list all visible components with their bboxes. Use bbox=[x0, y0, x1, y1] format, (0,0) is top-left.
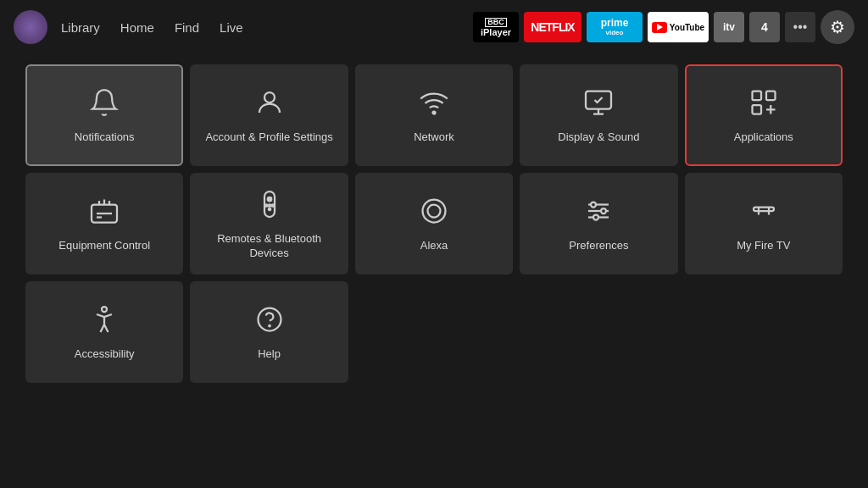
person-icon bbox=[254, 87, 285, 122]
app-youtube[interactable]: YouTube bbox=[648, 12, 709, 42]
nav-home[interactable]: Home bbox=[120, 20, 154, 35]
grid-item-alexa[interactable]: Alexa bbox=[355, 173, 513, 274]
wifi-icon bbox=[419, 87, 449, 122]
grid-item-account[interactable]: Account & Profile Settings bbox=[190, 64, 348, 166]
svg-point-15 bbox=[271, 204, 273, 206]
svg-point-27 bbox=[102, 307, 107, 312]
app-ch4[interactable]: 4 bbox=[749, 12, 780, 42]
grid-item-network[interactable]: Network bbox=[355, 64, 513, 166]
settings-button[interactable]: ⚙ bbox=[821, 10, 854, 44]
notifications-label: Notifications bbox=[75, 130, 135, 145]
nav-apps: BBC iPlayer NETFLIX prime video YouTube … bbox=[473, 10, 854, 44]
svg-rect-24 bbox=[754, 208, 774, 212]
svg-point-21 bbox=[591, 202, 596, 208]
accessibility-label: Accessibility bbox=[75, 347, 135, 362]
svg-rect-4 bbox=[766, 92, 776, 101]
nav-more-button[interactable]: ••• bbox=[785, 12, 815, 42]
top-navigation: Library Home Find Live BBC iPlayer NETFL… bbox=[0, 0, 868, 54]
equipment-label: Equipment Control bbox=[58, 239, 150, 253]
grid-item-display-sound[interactable]: Display & Sound bbox=[520, 64, 677, 166]
display-sound-label: Display & Sound bbox=[558, 130, 639, 145]
app-iplayer[interactable]: BBC iPlayer bbox=[473, 12, 519, 42]
myfiretv-label: My Fire TV bbox=[737, 239, 790, 253]
svg-point-16 bbox=[422, 200, 445, 223]
preferences-label: Preferences bbox=[569, 239, 628, 253]
svg-point-28 bbox=[258, 308, 281, 331]
apps-icon bbox=[748, 87, 779, 122]
app-itv[interactable]: itv bbox=[714, 12, 744, 42]
nav-links: Library Home Find Live bbox=[61, 20, 243, 35]
settings-grid: Notifications Account & Profile Settings… bbox=[0, 54, 868, 393]
alexa-icon bbox=[419, 196, 449, 230]
grid-item-preferences[interactable]: Preferences bbox=[520, 173, 677, 274]
nav-find[interactable]: Find bbox=[175, 20, 199, 35]
svg-point-12 bbox=[268, 204, 270, 206]
network-label: Network bbox=[414, 130, 454, 145]
nav-live[interactable]: Live bbox=[220, 20, 243, 35]
grid-row-1: Notifications Account & Profile Settings… bbox=[25, 64, 843, 383]
svg-point-22 bbox=[601, 208, 606, 214]
svg-rect-5 bbox=[752, 105, 761, 114]
alexa-label: Alexa bbox=[420, 239, 448, 253]
grid-item-applications[interactable]: Applications bbox=[685, 64, 843, 166]
remote-icon bbox=[254, 189, 285, 224]
help-icon bbox=[254, 304, 285, 339]
grid-item-accessibility[interactable]: Accessibility bbox=[25, 281, 183, 383]
accessibility-icon bbox=[89, 304, 120, 339]
svg-point-1 bbox=[432, 112, 435, 114]
help-label: Help bbox=[258, 347, 281, 362]
svg-point-13 bbox=[268, 208, 270, 209]
app-netflix[interactable]: NETFLIX bbox=[524, 12, 581, 42]
gear-icon: ⚙ bbox=[830, 17, 845, 37]
nav-library[interactable]: Library bbox=[61, 20, 100, 35]
grid-item-equipment[interactable]: Equipment Control bbox=[25, 173, 183, 274]
app-prime[interactable]: prime video bbox=[587, 12, 643, 42]
svg-point-23 bbox=[593, 215, 598, 220]
applications-label: Applications bbox=[734, 130, 793, 145]
grid-item-help[interactable]: Help bbox=[190, 281, 348, 383]
svg-point-29 bbox=[269, 325, 270, 327]
firetv-icon bbox=[748, 196, 779, 230]
sliders-icon bbox=[583, 196, 614, 230]
tv-icon bbox=[89, 196, 120, 230]
svg-point-10 bbox=[267, 197, 271, 201]
grid-item-notifications[interactable]: Notifications bbox=[25, 64, 183, 166]
grid-item-remotes[interactable]: Remotes & Bluetooth Devices bbox=[190, 173, 348, 274]
svg-point-14 bbox=[265, 204, 267, 206]
remotes-label: Remotes & Bluetooth Devices bbox=[197, 232, 341, 261]
avatar[interactable] bbox=[14, 10, 47, 44]
account-label: Account & Profile Settings bbox=[205, 130, 332, 145]
svg-point-0 bbox=[264, 92, 275, 103]
display-icon bbox=[583, 87, 614, 122]
grid-item-myfiretv[interactable]: My Fire TV bbox=[685, 173, 843, 274]
svg-rect-3 bbox=[752, 92, 761, 101]
bell-icon bbox=[89, 87, 120, 122]
svg-point-17 bbox=[427, 205, 440, 218]
